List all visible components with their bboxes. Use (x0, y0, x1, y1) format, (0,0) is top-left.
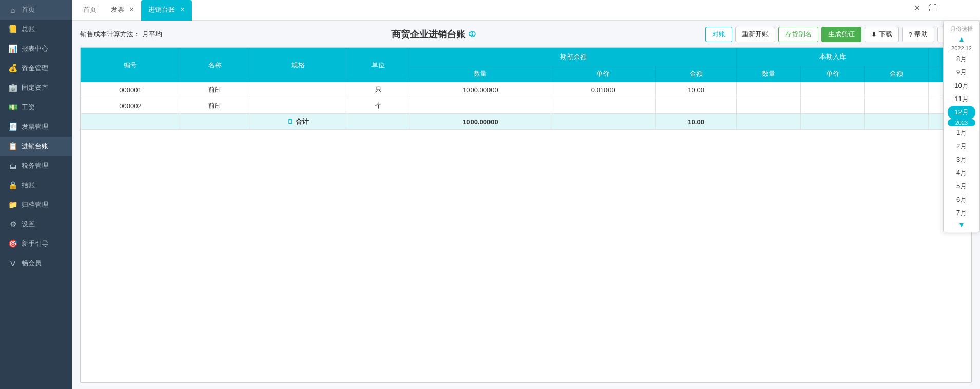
total-cell-4: 1000.00000 (410, 114, 551, 130)
th-sub-单价: 单价 (551, 66, 655, 82)
sidebar-icon-close-account: 🔒 (8, 181, 17, 190)
cell-0: 000001 (81, 82, 180, 98)
sidebar-item-fund-management[interactable]: 💰资金管理 (0, 59, 72, 78)
main-table: 编号名称规格单位期初余额本期入库 数量单价金额数量单价金额数 000001前缸只… (81, 48, 971, 130)
month-scroll-down[interactable]: ▼ (944, 220, 979, 230)
th-编号: 编号 (81, 48, 180, 82)
sidebar-item-settings[interactable]: ⚙设置 (0, 215, 72, 234)
month-item-12月[interactable]: 12月 (948, 106, 975, 119)
month-item-2023-4月[interactable]: 4月 (944, 166, 979, 180)
total-cell-0 (81, 114, 180, 130)
th-sub-金额: 金额 (865, 66, 929, 82)
sidebar-label-tax-management: 税务管理 (22, 161, 48, 170)
total-cell-7 (737, 114, 801, 130)
cell-2 (250, 82, 346, 98)
tab-close-invoice[interactable]: ✕ (129, 6, 134, 13)
month-item-11月[interactable]: 11月 (944, 92, 979, 106)
total-cell-9 (865, 114, 929, 130)
reopen-button[interactable]: 重新开账 (735, 27, 775, 42)
sidebar-label-report-center: 报表中心 (22, 44, 48, 53)
sidebar-label-archive: 归档管理 (22, 200, 48, 209)
sidebar-label-fund-management: 资金管理 (22, 64, 48, 73)
month-item-9月[interactable]: 9月 (944, 66, 979, 79)
save-alias-button[interactable]: 存货别名 (778, 27, 818, 42)
sidebar-item-archive[interactable]: 📁归档管理 (0, 195, 72, 215)
cell-6 (656, 98, 737, 114)
page-title: 商贸企业进销台账 🛈 (391, 28, 476, 41)
sidebar-icon-home: ⌂ (8, 6, 17, 14)
month-item-10月[interactable]: 10月 (944, 79, 979, 92)
month-item-2023-7月[interactable]: 7月 (944, 206, 979, 220)
generate-voucher-button[interactable]: 生成凭证 (821, 27, 861, 42)
cost-method-value: 月平均 (142, 30, 162, 38)
download-label: 下载 (879, 30, 892, 39)
month-item-2023-1月[interactable]: 1月 (944, 126, 979, 140)
cell-4: 1000.00000 (410, 82, 551, 98)
cell-5 (551, 98, 655, 114)
info-icon[interactable]: 🛈 (468, 30, 476, 38)
cell-7 (737, 82, 801, 98)
cell-3: 只 (346, 82, 410, 98)
sidebar-label-close-account: 结账 (22, 181, 35, 190)
sidebar-label-member: 畅会员 (22, 259, 42, 268)
sidebar-item-guide[interactable]: 🎯新手引导 (0, 234, 72, 254)
month-item-8月[interactable]: 8月 (944, 52, 979, 66)
download-button[interactable]: ⬇ 下载 (865, 27, 899, 42)
cell-8 (800, 98, 865, 114)
th-规格: 规格 (250, 48, 346, 82)
sidebar-item-fixed-assets[interactable]: 🏢固定资产 (0, 78, 72, 98)
total-row: 🗒 合计1000.0000010.00 (81, 114, 971, 130)
month-item-2023-2月[interactable]: 2月 (944, 140, 979, 153)
month-scroll-up[interactable]: ▲ (944, 34, 979, 44)
sidebar-item-member[interactable]: V畅会员 (0, 254, 72, 273)
cost-method: 销售成本计算方法： 月平均 (80, 30, 162, 39)
month-panel: 月份选择 ▲ 2022.12 8月9月10月11月12月 2023 1月2月3月… (943, 21, 980, 232)
th-benqi: 本期入库 (737, 48, 929, 66)
sidebar-item-home[interactable]: ⌂首页 (0, 0, 72, 20)
tab-label-home: 首页 (83, 5, 96, 14)
tab-bar: 首页发票✕进销台账✕ (72, 0, 980, 21)
sidebar-item-purchase-sales[interactable]: 📋进销台账 (0, 137, 72, 156)
month-item-2023-3月[interactable]: 3月 (944, 153, 979, 166)
table-row[interactable]: 000002前缸个 (81, 98, 971, 114)
year-badge: 2023 (948, 119, 975, 126)
table-row[interactable]: 000001前缸只1000.000000.0100010.00 (81, 82, 971, 98)
help-button[interactable]: ? 帮助 (902, 27, 934, 42)
sidebar-label-invoice-management: 发票管理 (22, 122, 48, 131)
sidebar-icon-purchase-sales: 📋 (8, 142, 17, 151)
cell-2 (250, 98, 346, 114)
sidebar-item-payroll[interactable]: 💵工资 (0, 98, 72, 117)
month-item-2023-5月[interactable]: 5月 (944, 180, 979, 193)
sidebar-label-home: 首页 (22, 5, 35, 14)
total-cell-6: 10.00 (656, 114, 737, 130)
cost-method-label: 销售成本计算方法： (80, 30, 140, 38)
sidebar-item-invoice-management[interactable]: 🧾发票管理 (0, 117, 72, 137)
main-area: 首页发票✕进销台账✕ 销售成本计算方法： 月平均 商贸企业进销台账 🛈 对账 重… (72, 0, 980, 389)
cell-6: 10.00 (656, 82, 737, 98)
th-sub-数量: 数量 (410, 66, 551, 82)
sidebar-item-close-account[interactable]: 🔒结账 (0, 176, 72, 195)
cell-9 (865, 82, 929, 98)
month-item-2023-6月[interactable]: 6月 (944, 193, 979, 206)
help-label: 帮助 (914, 30, 928, 39)
tab-close-purchase-sales[interactable]: ✕ (180, 6, 185, 13)
window-controls: ✕ ⛶ (912, 2, 939, 14)
cell-4 (410, 98, 551, 114)
sidebar-icon-general-ledger: 📒 (8, 25, 17, 34)
th-单位: 单位 (346, 48, 410, 82)
sidebar-item-report-center[interactable]: 📊报表中心 (0, 39, 72, 59)
sidebar-label-general-ledger: 总账 (22, 25, 35, 34)
th-名称: 名称 (180, 48, 250, 82)
sidebar-item-general-ledger[interactable]: 📒总账 (0, 20, 72, 39)
maximize-window-button[interactable]: ⛶ (927, 2, 939, 14)
reconcile-button[interactable]: 对账 (705, 27, 732, 42)
tab-home[interactable]: 首页 (76, 0, 104, 21)
tab-invoice[interactable]: 发票✕ (104, 0, 141, 21)
sidebar-icon-fund-management: 💰 (8, 64, 17, 73)
total-cell-2: 🗒 合计 (250, 114, 346, 130)
tab-purchase-sales[interactable]: 进销台账✕ (141, 0, 192, 21)
total-cell-8 (800, 114, 865, 130)
close-window-button[interactable]: ✕ (912, 2, 923, 14)
sidebar-item-tax-management[interactable]: 🗂税务管理 (0, 156, 72, 176)
sidebar-label-payroll: 工资 (22, 103, 35, 112)
